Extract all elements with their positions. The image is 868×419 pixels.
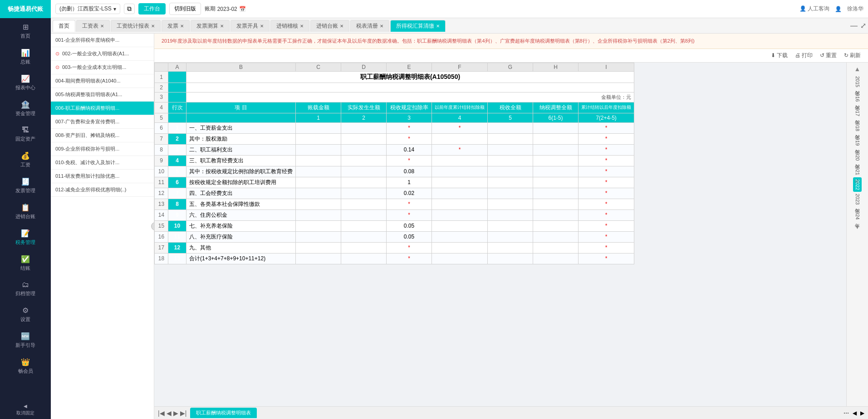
cell-f-13[interactable] [432, 199, 488, 210]
cell-c-18[interactable] [296, 253, 341, 264]
list-item-012[interactable]: 012-减免企业所得税优惠明细(..) [51, 183, 154, 197]
sidebar-cancel-fixed[interactable]: ◀ 取消固定 [0, 401, 51, 419]
cell-g-18[interactable] [488, 253, 533, 264]
cell-g-16[interactable] [488, 231, 533, 242]
tab-inout-ledger[interactable]: 进销台账✕ [310, 20, 349, 32]
cell-d-17[interactable] [341, 242, 387, 253]
year-item-2024年[interactable]: 2024年 [853, 207, 862, 221]
tab-close-salary-stat[interactable]: ✕ [151, 24, 155, 29]
cell-g-13[interactable] [488, 199, 533, 210]
list-item-005[interactable]: 005-纳税调整项目明细表(A1... [51, 88, 154, 102]
cell-e-9[interactable]: * [387, 155, 432, 166]
cell-g-7[interactable] [488, 133, 533, 144]
cell-d-10[interactable] [341, 166, 387, 177]
tab-home[interactable]: 首页 [53, 20, 75, 32]
cell-i-10[interactable]: * [579, 166, 634, 177]
cell-i-18[interactable]: * [579, 253, 634, 264]
sidebar-item-salary-mgmt[interactable]: 💰工资 [0, 147, 51, 173]
list-item-007[interactable]: 007-广告费和业务宣传费明... [51, 115, 154, 129]
cell-h-9[interactable] [533, 155, 579, 166]
cell-e-12[interactable]: 0.02 [387, 188, 432, 199]
cell-h-18[interactable] [533, 253, 579, 264]
cell-c-12[interactable] [296, 188, 341, 199]
cell-c-7[interactable] [296, 133, 341, 144]
cell-i-14[interactable]: * [579, 210, 634, 220]
sidebar-item-settle[interactable]: ✅结账 [0, 250, 51, 276]
cell-i-11[interactable]: * [579, 177, 634, 188]
year-item-2017年[interactable]: 2017年 [853, 103, 862, 118]
cell-e-7[interactable]: * [387, 133, 432, 144]
cell-h-7[interactable] [533, 133, 579, 144]
cell-i-8[interactable]: * [579, 144, 634, 155]
cell-f-9[interactable] [432, 155, 488, 166]
sidebar-item-settings[interactable]: ⚙设置 [0, 302, 51, 327]
sidebar-item-asset-mgmt[interactable]: 🏦资金管理 [0, 96, 51, 122]
list-item-010[interactable]: 010-免税、减计收入及加计... [51, 156, 154, 170]
year-item-2015年[interactable]: 2015年 [853, 74, 862, 89]
sidebar-item-guide[interactable]: 🆕新手引导 [0, 327, 51, 353]
sidebar-item-inout-ledger[interactable]: 📋进销台账 [0, 199, 51, 224]
cell-h-14[interactable] [533, 210, 579, 220]
tab-invoice[interactable]: 发票✕ [162, 20, 190, 32]
collapse-button[interactable]: 《 [151, 222, 154, 230]
tab-inout-check[interactable]: 进销稽核✕ [270, 20, 309, 32]
cell-i-12[interactable]: * [579, 188, 634, 199]
cell-i-17[interactable]: * [579, 242, 634, 253]
copy-icon-btn[interactable]: ⧉ [124, 4, 135, 14]
cell-c-10[interactable] [296, 166, 341, 177]
sheet-prev-start[interactable]: |◀ [158, 409, 165, 417]
cell-i-15[interactable]: * [579, 220, 634, 231]
workspace-button[interactable]: 工作台 [138, 3, 166, 15]
cell-c-11[interactable] [296, 177, 341, 188]
maximize-button[interactable]: ⤢ [860, 21, 866, 30]
bottom-options-icon[interactable]: ⋯ [843, 410, 849, 416]
list-item-002[interactable]: ⊙002-一般企业收入明细表(A1... [51, 47, 154, 61]
cell-f-10[interactable] [432, 166, 488, 177]
cell-h-15[interactable] [533, 220, 579, 231]
list-item-009[interactable]: 009-企业所得税弥补亏损明... [51, 142, 154, 156]
tab-invoice-calc[interactable]: 发票测算✕ [191, 20, 230, 32]
cell-h-8[interactable] [533, 144, 579, 155]
cell-h-13[interactable] [533, 199, 579, 210]
cell-d-18[interactable] [341, 253, 387, 264]
cell-e-14[interactable]: * [387, 210, 432, 220]
cell-c-15[interactable] [296, 220, 341, 231]
cell-c-16[interactable] [296, 231, 341, 242]
tab-salary[interactable]: 工资表✕ [76, 20, 110, 32]
tab-close-inout-ledger[interactable]: ✕ [340, 24, 343, 29]
cell-g-9[interactable] [488, 155, 533, 166]
download-button[interactable]: ⬇ 下载 [771, 52, 788, 59]
cell-i-16[interactable]: * [579, 231, 634, 242]
cell-f-14[interactable] [432, 210, 488, 220]
cell-e-11[interactable]: 1 [387, 177, 432, 188]
cell-d-9[interactable] [341, 155, 387, 166]
cell-i-6[interactable]: * [579, 122, 634, 133]
cell-g-14[interactable] [488, 210, 533, 220]
cell-g-11[interactable] [488, 177, 533, 188]
sidebar-item-report[interactable]: 📈报表中心 [0, 70, 51, 96]
cell-c-6[interactable] [296, 122, 341, 133]
year-item-2016年[interactable]: 2016年 [853, 89, 862, 103]
cell-d-11[interactable] [341, 177, 387, 188]
cell-g-6[interactable] [488, 122, 533, 133]
cell-e-10[interactable]: 0.08 [387, 166, 432, 177]
cell-c-14[interactable] [296, 210, 341, 220]
list-item-001[interactable]: 001-企业所得税年度纳税申... [51, 34, 154, 47]
cell-c-9[interactable] [296, 155, 341, 166]
cell-g-8[interactable] [488, 144, 533, 155]
cell-g-15[interactable] [488, 220, 533, 231]
tab-close-tax-clear[interactable]: ✕ [380, 24, 383, 29]
cell-d-14[interactable] [341, 210, 387, 220]
minimize-button[interactable]: — [850, 21, 858, 30]
cell-d-6[interactable] [341, 122, 387, 133]
cell-f-7[interactable] [432, 133, 488, 144]
sidebar-item-member[interactable]: 👑畅会员 [0, 353, 51, 379]
cell-e-18[interactable]: * [387, 253, 432, 264]
cell-g-10[interactable] [488, 166, 533, 177]
cell-g-17[interactable] [488, 242, 533, 253]
year-item-2020年[interactable]: 2020年 [853, 148, 862, 162]
cell-h-6[interactable] [533, 122, 579, 133]
year-item-2021年[interactable]: 2021年 [853, 162, 862, 177]
sidebar-item-tax-mgmt[interactable]: 📝税务管理 [0, 224, 51, 250]
tab-close-invoice-open[interactable]: ✕ [260, 24, 264, 29]
